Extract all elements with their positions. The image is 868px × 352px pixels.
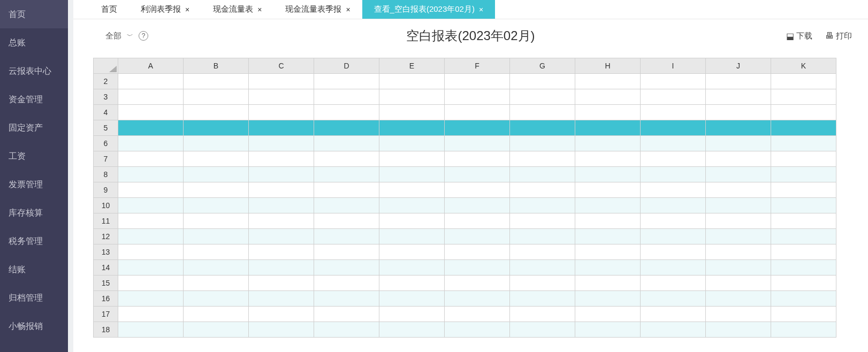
cell[interactable] [445,307,510,322]
sidebar-item-inventory[interactable]: 库存核算 [0,198,68,227]
cell[interactable] [118,322,184,338]
cell[interactable] [249,307,314,322]
cell[interactable] [118,244,184,260]
cell[interactable] [510,260,575,276]
cell[interactable] [379,276,445,291]
cell[interactable] [771,182,836,198]
cell[interactable] [184,182,249,198]
cell[interactable] [575,322,641,338]
cell[interactable] [510,167,575,182]
help-icon[interactable]: ? [139,31,148,41]
cell[interactable] [575,229,641,244]
cell[interactable] [706,151,771,167]
cell[interactable] [314,89,379,105]
row-header[interactable]: 4 [94,105,118,120]
cell[interactable] [379,151,445,167]
row-header[interactable]: 10 [94,198,118,213]
cell[interactable] [118,260,184,276]
cell[interactable] [445,120,510,136]
cell[interactable] [184,213,249,229]
cell[interactable] [314,74,379,89]
cell[interactable] [184,105,249,120]
cell[interactable] [706,198,771,213]
cell[interactable] [118,89,184,105]
cell[interactable] [575,291,641,307]
cell[interactable] [771,167,836,182]
cell[interactable] [314,198,379,213]
cell[interactable] [249,260,314,276]
cell[interactable] [118,105,184,120]
cell[interactable] [445,198,510,213]
cell[interactable] [706,182,771,198]
cell[interactable] [314,167,379,182]
close-icon[interactable]: × [479,6,483,13]
cell[interactable] [641,105,706,120]
cell[interactable] [379,213,445,229]
column-header[interactable]: E [379,58,445,74]
cell[interactable] [379,74,445,89]
cell[interactable] [641,291,706,307]
cell[interactable] [706,244,771,260]
cell[interactable] [510,89,575,105]
column-header[interactable]: H [575,58,641,74]
cell[interactable] [575,182,641,198]
cell[interactable] [771,213,836,229]
cell[interactable] [510,291,575,307]
cell[interactable] [706,276,771,291]
cell[interactable] [641,276,706,291]
sidebar-item-report-center[interactable]: 云报表中心 [0,57,68,85]
cell[interactable] [575,74,641,89]
column-header[interactable]: D [314,58,379,74]
sidebar-item-ledger[interactable]: 总账 [0,28,68,57]
cell[interactable] [445,151,510,167]
cell[interactable] [445,260,510,276]
cell[interactable] [249,322,314,338]
tab-cashflow[interactable]: 现金流量表 × [201,0,273,19]
cell[interactable] [118,307,184,322]
cell[interactable] [771,260,836,276]
cell[interactable] [249,89,314,105]
sidebar-item-expense[interactable]: 小畅报销 [0,312,68,340]
cell[interactable] [118,229,184,244]
cell[interactable] [706,307,771,322]
cell[interactable] [184,244,249,260]
cell[interactable] [118,167,184,182]
cell[interactable] [118,276,184,291]
cell[interactable] [184,229,249,244]
cell[interactable] [445,105,510,120]
column-header[interactable]: B [184,58,249,74]
cell[interactable] [118,120,184,136]
sidebar-item-home[interactable]: 首页 [0,0,68,28]
cell[interactable] [249,213,314,229]
cell[interactable] [184,74,249,89]
column-header[interactable]: I [641,58,706,74]
cell[interactable] [379,307,445,322]
cell[interactable] [249,291,314,307]
row-header[interactable]: 14 [94,260,118,276]
cell[interactable] [184,260,249,276]
cell[interactable] [510,244,575,260]
cell[interactable] [706,260,771,276]
cell[interactable] [445,291,510,307]
cell[interactable] [445,276,510,291]
cell[interactable] [510,74,575,89]
cell[interactable] [641,229,706,244]
cell[interactable] [445,213,510,229]
row-header[interactable]: 8 [94,167,118,182]
cell[interactable] [118,74,184,89]
cell[interactable] [379,291,445,307]
spreadsheet[interactable]: ABCDEFGHIJK23456789101112131415161718 [93,58,868,352]
cell[interactable] [510,322,575,338]
cell[interactable] [314,260,379,276]
cell[interactable] [118,213,184,229]
row-header[interactable]: 7 [94,151,118,167]
row-header[interactable]: 17 [94,307,118,322]
row-header[interactable]: 16 [94,291,118,307]
cell[interactable] [641,182,706,198]
column-header[interactable]: K [771,58,836,74]
cell[interactable] [249,120,314,136]
tab-view-blank-report[interactable]: 查看_空白报表(2023年02月) × [362,0,496,19]
cell[interactable] [184,307,249,322]
cell[interactable] [445,244,510,260]
cell[interactable] [641,322,706,338]
